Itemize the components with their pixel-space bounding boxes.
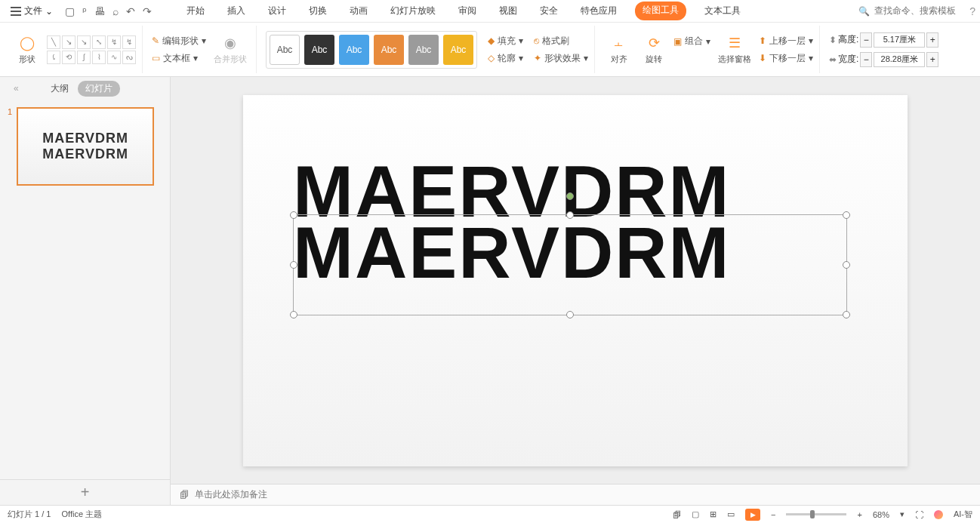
rotate-button[interactable]: ⟳ 旋转 [639,32,669,66]
slides-tab[interactable]: 幻灯片 [78,81,120,97]
height-decrease[interactable]: − [860,32,872,48]
print-icon[interactable]: 🖶 [94,5,105,17]
outline-icon: ◇ [488,53,495,63]
width-input[interactable]: 28.28厘米 [874,52,925,67]
line-gallery[interactable]: ╲↘↘⤡↯↯ ⤹⟲∫⌇∿ᔓ [47,35,136,64]
height-input[interactable]: 5.17厘米 [874,32,925,48]
chevron-down-icon: ▾ [706,36,710,47]
canvas-scroll[interactable]: MAERVDRM MAERVDRM [171,77,980,484]
notes-bar[interactable]: 🗐 单击此处添加备注 [171,484,980,505]
width-icon: ⬌ [829,54,837,65]
rotate-icon: ⟳ [643,34,664,52]
notes-toggle-icon[interactable]: 🗐 [673,510,681,519]
sel-handle-sw[interactable] [290,311,297,318]
tab-review[interactable]: 审阅 [454,2,481,20]
file-menu-button[interactable]: 文件 ⌄ [5,2,59,20]
help-icon[interactable]: ? [969,5,975,17]
tab-start[interactable]: 开始 [182,2,209,20]
chevron-down-icon: ▾ [519,53,523,63]
text-box-button[interactable]: ▭文本框▾ [152,52,206,65]
outline-tab[interactable]: 大纲 [51,82,69,95]
tab-text-tools[interactable]: 文本工具 [700,2,745,20]
tab-transition[interactable]: 切换 [304,2,331,20]
shape-effect-button[interactable]: ✦形状效果▾ [534,52,588,65]
style-swatch-2[interactable]: Abc [304,35,334,65]
style-swatch-5[interactable]: Abc [408,35,439,65]
outline-button[interactable]: ◇轮廓▾ [488,52,523,65]
slide-canvas[interactable]: MAERVDRM MAERVDRM [243,95,908,466]
sel-handle-s[interactable] [566,311,574,318]
search-icon[interactable]: 🔍 [858,6,870,17]
align-button[interactable]: ⫠ 对齐 [604,32,634,66]
notes-icon: 🗐 [180,490,189,500]
save-icon[interactable]: ▢ [65,5,75,17]
tab-insert[interactable]: 插入 [223,2,250,20]
print-preview-icon[interactable]: ᵖ [82,5,87,17]
selection-box[interactable] [293,214,847,315]
style-swatch-3[interactable]: Abc [339,35,369,65]
width-decrease[interactable]: − [860,52,872,67]
tab-security[interactable]: 安全 [535,2,562,20]
zoom-out-icon[interactable]: − [771,510,775,519]
view-normal-icon[interactable]: ▢ [692,509,699,519]
tab-design[interactable]: 设计 [263,2,291,20]
slide-thumbnail-1[interactable]: MAERVDRM MAERVDRM [17,107,154,186]
search-placeholder[interactable]: 查找命令、搜索模板 [874,5,956,17]
sel-handle-ne[interactable] [843,211,850,219]
tab-drawing-tools[interactable]: 绘图工具 [635,2,686,20]
height-increase[interactable]: + [926,32,938,48]
shapes-button[interactable]: ◯ 形状 [12,32,42,66]
zoom-knob[interactable] [810,510,815,518]
chevron-down-icon: ▾ [584,53,588,63]
slide-panel: « 大纲 幻灯片 1 MAERVDRM MAERVDRM + [0,77,171,505]
tab-animation[interactable]: 动画 [345,2,372,20]
style-swatch-1[interactable]: Abc [270,35,300,65]
view-reading-icon[interactable]: ▭ [727,509,735,519]
merge-shape-button: ◉ 合并形状 [211,32,250,66]
menubar: 文件 ⌄ ▢ ᵖ 🖶 ⌕ ↶ ↷ 开始 插入 设计 切换 动画 幻灯片放映 审阅… [0,0,980,23]
style-swatch-6[interactable]: Abc [443,35,473,65]
sel-handle-nw[interactable] [290,211,297,219]
shape-style-gallery[interactable]: Abc Abc Abc Abc Abc Abc [266,31,477,69]
slideshow-button[interactable]: ▶ [745,509,760,521]
group-button[interactable]: ▣组合▾ [673,35,710,48]
tab-special[interactable]: 特色应用 [576,2,621,20]
ai-icon[interactable] [934,510,943,519]
select-pane-button[interactable]: ☰ 选择窗格 [715,32,754,66]
edit-shape-button[interactable]: ✎编辑形状▾ [152,35,206,48]
sel-handle-se[interactable] [843,311,850,318]
group-edit: ✎编辑形状▾ ▭文本框▾ ◉ 合并形状 [146,26,257,73]
ai-label[interactable]: AI-智 [954,509,972,520]
fit-window-icon[interactable]: ⛶ [915,510,923,519]
ribbon-tabs: 开始 插入 设计 切换 动画 幻灯片放映 审阅 视图 安全 特色应用 绘图工具 … [182,2,745,20]
fill-button[interactable]: ◆填充▾ [488,35,523,48]
move-down-button[interactable]: ⬇下移一层▾ [759,52,813,65]
workspace: « 大纲 幻灯片 1 MAERVDRM MAERVDRM + MAERVDRM … [0,77,980,505]
find-icon[interactable]: ⌕ [112,5,119,17]
sel-handle-n[interactable] [566,211,574,219]
slide-counter: 幻灯片 1 / 1 [8,509,51,520]
add-slide-button[interactable]: + [0,479,170,505]
shapes-icon: ◯ [17,34,38,52]
zoom-slider[interactable] [786,513,846,515]
sel-handle-e[interactable] [843,261,850,269]
sel-rotate-handle[interactable] [566,192,574,200]
side-tabs: « 大纲 幻灯片 [0,77,170,100]
width-increase[interactable]: + [926,52,938,67]
collapse-panel-icon[interactable]: « [14,83,19,94]
sel-handle-w[interactable] [290,261,297,269]
group-styles: Abc Abc Abc Abc Abc Abc ◆填充▾ ◇轮廓▾ ⎋格式刷 ✦… [260,26,595,73]
view-sorter-icon[interactable]: ⊞ [710,509,717,519]
ribbon: ◯ 形状 ╲↘↘⤡↯↯ ⤹⟲∫⌇∿ᔓ ✎编辑形状▾ ▭文本框▾ ◉ 合并形状 A… [0,23,980,77]
redo-icon[interactable]: ↷ [143,5,152,17]
zoom-in-icon[interactable]: + [857,510,861,519]
zoom-value[interactable]: 68% [873,510,889,519]
undo-icon[interactable]: ↶ [126,5,135,17]
tab-view[interactable]: 视图 [495,2,522,20]
format-painter-button[interactable]: ⎋格式刷 [534,35,588,48]
move-up-button[interactable]: ⬆上移一层▾ [759,35,813,48]
zoom-dropdown-icon[interactable]: ▾ [900,509,904,519]
tab-slideshow[interactable]: 幻灯片放映 [386,2,440,20]
shape-effect-icon: ✦ [534,53,541,63]
style-swatch-4[interactable]: Abc [374,35,404,65]
